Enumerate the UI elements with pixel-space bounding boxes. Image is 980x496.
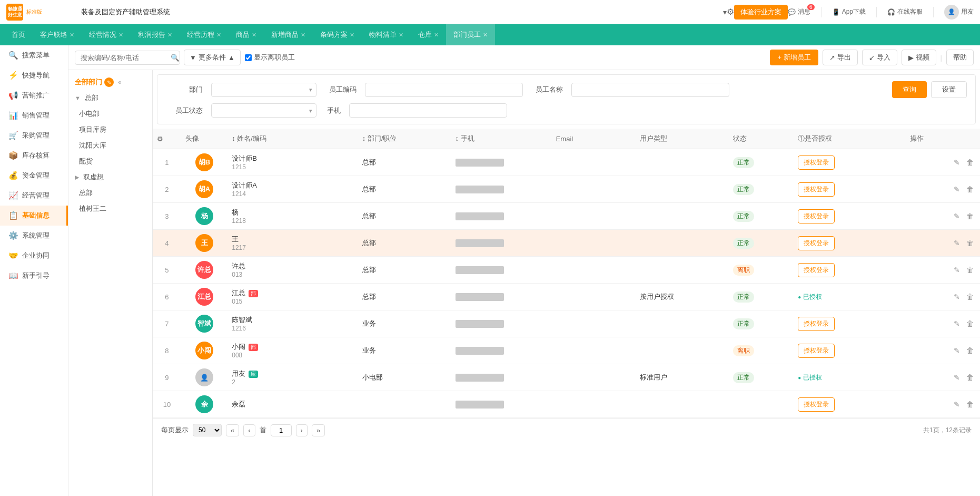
per-page-select[interactable]: 50 20 100 <box>193 424 222 436</box>
tab-staff-close[interactable]: ✕ <box>483 32 488 38</box>
video-btn[interactable]: ▶ 视频 <box>902 50 936 65</box>
add-employee-btn[interactable]: + 新增员工 <box>770 50 818 65</box>
app-download-btn[interactable]: 📱 App下载 <box>832 7 866 16</box>
tab-barcode[interactable]: 条码方案✕ <box>313 24 362 45</box>
tab-operation[interactable]: 经营情况✕ <box>82 24 131 45</box>
auth-login-btn[interactable]: 授权登录 <box>798 209 835 223</box>
dept-edit-btn[interactable]: ✎ <box>104 77 114 87</box>
edit-btn[interactable]: ✎ <box>952 157 962 168</box>
tab-home[interactable]: 首页 <box>4 24 33 45</box>
dept-item-shenyang[interactable]: 沈阳大库 <box>68 138 152 153</box>
edit-btn[interactable]: ✎ <box>952 372 962 383</box>
auth-login-btn[interactable]: 授权登录 <box>798 397 835 412</box>
tab-new-goods-close[interactable]: ✕ <box>301 32 305 38</box>
dept-select[interactable] <box>211 83 316 97</box>
delete-btn[interactable]: 🗑 <box>964 238 976 248</box>
help-btn[interactable]: 帮助 <box>946 50 974 65</box>
delete-btn[interactable]: 🗑 <box>964 399 976 410</box>
emp-name-input[interactable] <box>571 83 729 97</box>
tab-new-goods[interactable]: 新增商品✕ <box>264 24 313 45</box>
first-page-btn[interactable]: « <box>226 424 239 436</box>
dept-collapse-btn[interactable]: « <box>116 79 124 86</box>
col-phone-header[interactable]: ↕ 手机 <box>451 129 552 149</box>
show-resigned-label[interactable]: 显示离职员工 <box>245 53 295 62</box>
tab-bom[interactable]: 物料清单✕ <box>362 24 411 45</box>
tab-history[interactable]: 经营历程✕ <box>180 24 229 45</box>
col-setting[interactable]: ⚙ <box>153 129 181 149</box>
next-page-btn[interactable]: › <box>296 424 308 436</box>
tab-goods-close[interactable]: ✕ <box>252 32 256 38</box>
export-btn[interactable]: ↗ 导出 <box>823 50 858 65</box>
delete-btn[interactable]: 🗑 <box>964 211 976 221</box>
dept-item-double[interactable]: ▶ 双虚想 <box>68 169 152 185</box>
delete-btn[interactable]: 🗑 <box>964 372 976 383</box>
sidebar-item-guide[interactable]: 📖 新手引导 <box>0 266 68 286</box>
col-name-header[interactable]: ↕ 姓名/编码 <box>227 129 358 149</box>
auth-login-btn[interactable]: 授权登录 <box>798 236 835 250</box>
service-btn[interactable]: 🎧 在线客服 <box>887 7 923 16</box>
tab-profit[interactable]: 利润报告✕ <box>131 24 180 45</box>
dept-item-zhishu[interactable]: 植树王二 <box>68 201 152 217</box>
search-submit-btn[interactable]: 🔍 <box>171 54 180 62</box>
col-dept-header[interactable]: ↕ 部门/职位 <box>358 129 451 149</box>
sidebar-item-basic[interactable]: 📋 基础信息 <box>0 206 68 226</box>
system-title-arrow[interactable]: ▾ <box>723 8 727 16</box>
edit-btn[interactable]: ✎ <box>952 345 962 356</box>
phone-input[interactable] <box>349 103 507 118</box>
auth-login-btn[interactable]: 授权登录 <box>798 155 835 170</box>
auth-login-btn[interactable]: 授权登录 <box>798 344 835 358</box>
tab-warehouse[interactable]: 仓库✕ <box>411 24 446 45</box>
page-input[interactable] <box>271 424 292 436</box>
sidebar-item-inventory[interactable]: 📦 库存核算 <box>0 145 68 166</box>
tab-staff[interactable]: 部门员工✕ <box>446 24 495 45</box>
experience-btn[interactable]: 体验行业方案 <box>734 5 788 20</box>
edit-btn[interactable]: ✎ <box>952 238 962 248</box>
sidebar-item-biz[interactable]: 📈 经营管理 <box>0 186 68 206</box>
edit-btn[interactable]: ✎ <box>952 399 962 410</box>
delete-btn[interactable]: 🗑 <box>964 318 976 329</box>
tab-profit-close[interactable]: ✕ <box>167 32 172 38</box>
filter-more-btn[interactable]: ▼ 更多条件 ▲ <box>184 50 241 65</box>
tab-goods[interactable]: 商品✕ <box>229 24 264 45</box>
import-btn[interactable]: ↙ 导入 <box>862 50 897 65</box>
sidebar-item-nav[interactable]: ⚡ 快捷导航 <box>0 65 68 85</box>
sidebar-item-sales[interactable]: 📊 销售管理 <box>0 105 68 125</box>
tab-customer[interactable]: 客户联络✕ <box>33 24 82 45</box>
set-btn[interactable]: 设置 <box>931 81 967 98</box>
tab-history-close[interactable]: ✕ <box>216 32 221 38</box>
tab-warehouse-close[interactable]: ✕ <box>434 32 439 38</box>
message-btn[interactable]: 💬 消息 6 <box>788 7 810 16</box>
delete-btn[interactable]: 🗑 <box>964 265 976 275</box>
delete-btn[interactable]: 🗑 <box>964 291 976 302</box>
sidebar-item-search[interactable]: 🔍 搜索菜单 <box>0 45 68 65</box>
edit-btn[interactable]: ✎ <box>952 184 962 194</box>
last-page-btn[interactable]: » <box>312 424 325 436</box>
query-btn[interactable]: 查询 <box>892 81 927 98</box>
tab-customer-close[interactable]: ✕ <box>70 32 74 38</box>
auth-login-btn[interactable]: 授权登录 <box>798 263 835 277</box>
sidebar-item-system[interactable]: ⚙️ 系统管理 <box>0 226 68 246</box>
dept-item-xiaodian[interactable]: 小电部 <box>68 106 152 122</box>
dept-item-zongbu[interactable]: 总部 <box>68 185 152 201</box>
tab-barcode-close[interactable]: ✕ <box>350 32 354 38</box>
emp-code-input[interactable] <box>365 83 523 97</box>
search-input[interactable] <box>75 51 180 65</box>
settings-icon[interactable]: ⚙ <box>727 7 734 17</box>
show-resigned-checkbox[interactable] <box>245 54 252 61</box>
prev-page-btn[interactable]: ‹ <box>243 424 255 436</box>
sidebar-item-collab[interactable]: 🤝 企业协同 <box>0 246 68 266</box>
delete-btn[interactable]: 🗑 <box>964 157 976 168</box>
edit-btn[interactable]: ✎ <box>952 291 962 302</box>
auth-login-btn[interactable]: 授权登录 <box>798 317 835 331</box>
auth-login-btn[interactable]: 授权登录 <box>798 182 835 197</box>
edit-btn[interactable]: ✎ <box>952 265 962 275</box>
tab-operation-close[interactable]: ✕ <box>118 32 123 38</box>
delete-btn[interactable]: 🗑 <box>964 345 976 356</box>
emp-status-select[interactable] <box>211 103 316 118</box>
edit-btn[interactable]: ✎ <box>952 318 962 329</box>
sidebar-item-purchase[interactable]: 🛒 采购管理 <box>0 125 68 145</box>
sidebar-item-finance[interactable]: 💰 资金管理 <box>0 166 68 186</box>
edit-btn[interactable]: ✎ <box>952 211 962 221</box>
tab-bom-close[interactable]: ✕ <box>399 32 403 38</box>
user-area[interactable]: 👤 用友 <box>944 5 974 20</box>
